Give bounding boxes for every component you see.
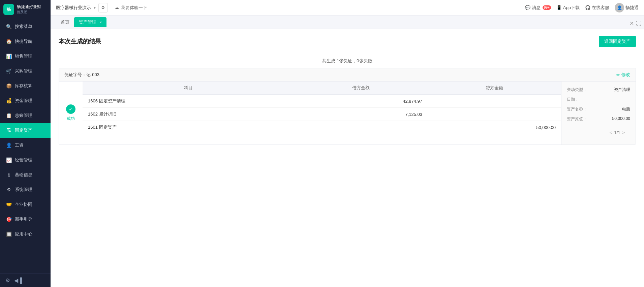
icon-ledger: 📋 [5, 112, 12, 119]
sidebar-item-basic-info[interactable]: ℹ 基础信息 [0, 167, 51, 182]
label-search: 搜索菜单 [15, 24, 32, 30]
collapse-icon[interactable]: ◀▐ [14, 277, 22, 284]
col-credit: 贷方金额 [428, 82, 561, 95]
sidebar-item-operations[interactable]: 📈 经营管理 [0, 153, 51, 167]
avatar: 👤 [615, 3, 624, 12]
company-name: 医疗器械行业演示 [56, 5, 91, 11]
logo-sub: 普及版 [17, 10, 41, 14]
tab-close-icon[interactable]: × [100, 20, 102, 24]
label-newbie: 新手引导 [15, 216, 32, 222]
sidebar-item-sales[interactable]: 📊 销售管理 [0, 49, 51, 64]
next-page-button[interactable]: > [622, 130, 625, 135]
sidebar-item-search[interactable]: 🔍 搜索菜单 [0, 19, 51, 34]
page-info: 1/1 [614, 130, 620, 135]
icon-search: 🔍 [5, 23, 12, 30]
sidebar-item-system[interactable]: ⚙ 系统管理 [0, 182, 51, 197]
voucher-body: ✓ 成功 科目 借方金额 贷方金额 1606 固定资产清 [59, 82, 636, 145]
success-text: 成功 [67, 116, 75, 122]
main-area: 医疗器械行业演示 ▾ ⚙ ☁ 我要体验一下 💬 消息 99+ 📱 App下载 🎧… [51, 0, 644, 287]
sidebar-item-salary[interactable]: 👤 工资 [0, 138, 51, 153]
voucher-section: 凭证字号：记-003 ✏ 修改 ✓ 成功 科目 [59, 68, 636, 145]
voucher-header: 凭证字号：记-003 ✏ 修改 [59, 68, 636, 82]
sidebar-item-purchase[interactable]: 🛒 采购管理 [0, 64, 51, 78]
sidebar-item-app-center[interactable]: 🔲 应用中心 [0, 227, 51, 242]
notifications-button[interactable]: 💬 消息 99+ [525, 5, 551, 11]
label-fixed-assets: 固定资产 [15, 127, 32, 133]
voucher-table: 科目 借方金额 贷方金额 1606 固定资产清理 42,874.97 1602 … [83, 82, 561, 145]
label-ledger: 总账管理 [15, 113, 32, 119]
content-area: 本次生成的结果 返回固定资产 共生成 1张凭证，0张失败 凭证字号：记-003 … [51, 29, 644, 287]
download-icon: 📱 [556, 5, 562, 10]
voucher-id: 凭证字号：记-003 [64, 72, 99, 78]
summary-bar: 共生成 1张凭证，0张失败 [59, 54, 636, 68]
icon-operations: 📈 [5, 157, 12, 163]
sidebar-item-newbie[interactable]: 🎯 新手引导 [0, 212, 51, 227]
app-download-button[interactable]: 📱 App下载 [556, 5, 580, 11]
close-panel-button[interactable]: ✕ [630, 20, 634, 27]
cell-credit-1 [428, 108, 561, 121]
experience-button[interactable]: ☁ 我要体验一下 [111, 3, 151, 12]
expand-panel-button[interactable]: ⛶ [636, 20, 641, 27]
table-row: 1606 固定资产清理 42,874.97 [83, 95, 561, 108]
cell-subject-0[interactable]: 1606 固定资产清理 [83, 95, 294, 108]
online-support-button[interactable]: 🎧 在线客服 [585, 5, 609, 11]
settings-bottom-icon[interactable]: ⚙ [5, 277, 10, 284]
label-sales: 销售管理 [15, 53, 32, 59]
topbar: 医疗器械行业演示 ▾ ⚙ ☁ 我要体验一下 💬 消息 99+ 📱 App下载 🎧… [51, 0, 644, 15]
cell-debit-1: 7,125.03 [294, 108, 428, 121]
sidebar-scroll: 🔍 搜索菜单 🏠 快捷导航 📊 销售管理 🛒 采购管理 📦 库存核算 💰 资金管… [0, 19, 51, 274]
user-profile[interactable]: 👤 畅捷通 [615, 3, 639, 12]
panel-controls: ✕ ⛶ [630, 20, 641, 27]
sidebar-item-inventory[interactable]: 📦 库存核算 [0, 78, 51, 93]
sidebar: 畅 畅捷通好业财 普及版 🔍 搜索菜单 🏠 快捷导航 📊 销售管理 🛒 采购管理… [0, 0, 51, 287]
bell-icon: 💬 [525, 5, 530, 10]
label-funds: 资金管理 [15, 98, 32, 104]
label-app-center: 应用中心 [15, 231, 32, 237]
sidebar-item-enterprise[interactable]: 🤝 企业协同 [0, 197, 51, 212]
cloud-icon: ☁ [115, 5, 119, 10]
logo-icon: 畅 [3, 4, 14, 15]
icon-basic-info: ℹ [5, 171, 12, 178]
label-operations: 经营管理 [15, 157, 32, 163]
date-item: 日期： [567, 97, 630, 102]
voucher-side-panel: 变动类型： 资产清理 日期： 资产名称： 电脑 资产原值： 50,000.00 [561, 82, 636, 145]
label-quick-nav: 快捷导航 [15, 38, 32, 44]
prev-page-button[interactable]: < [610, 130, 612, 135]
sidebar-item-quick-nav[interactable]: 🏠 快捷导航 [0, 34, 51, 49]
cell-subject-2[interactable]: 1601 固定资产 [83, 121, 294, 134]
pagination: < 1/1 > [567, 126, 630, 139]
table-row: 1601 固定资产 50,000.00 [83, 121, 561, 134]
tabbar: 首页 资产管理 × [51, 15, 644, 29]
icon-enterprise: 🤝 [5, 201, 12, 208]
change-type-item: 变动类型： 资产清理 [567, 87, 630, 93]
company-settings-icon[interactable]: ⚙ [98, 3, 108, 12]
sidebar-item-ledger[interactable]: 📋 总账管理 [0, 108, 51, 123]
success-icon: ✓ [66, 104, 75, 114]
chevron-down-icon[interactable]: ▾ [94, 5, 96, 10]
label-purchase: 采购管理 [15, 68, 32, 74]
success-indicator: ✓ 成功 [59, 82, 83, 145]
cell-debit-0: 42,874.97 [294, 95, 428, 108]
sidebar-item-funds[interactable]: 💰 资金管理 [0, 93, 51, 108]
return-button[interactable]: 返回固定资产 [599, 36, 636, 47]
cell-credit-2: 50,000.00 [428, 121, 561, 134]
page-title: 本次生成的结果 [59, 37, 101, 45]
original-value-item: 资产原值： 50,000.00 [567, 116, 630, 122]
headset-icon: 🎧 [585, 5, 590, 10]
edit-button[interactable]: ✏ 修改 [616, 72, 630, 78]
tab-home[interactable]: 首页 [56, 17, 74, 27]
tab-asset-management[interactable]: 资产管理 × [74, 17, 106, 27]
cell-subject-1[interactable]: 1602 累计折旧 [83, 108, 294, 121]
label-salary: 工资 [15, 142, 24, 148]
asset-name-item: 资产名称： 电脑 [567, 106, 630, 112]
icon-newbie: 🎯 [5, 216, 12, 223]
edit-icon: ✏ [616, 72, 620, 77]
icon-purchase: 🛒 [5, 68, 12, 74]
label-enterprise: 企业协同 [15, 201, 32, 208]
cell-debit-2 [294, 121, 428, 134]
icon-funds: 💰 [5, 97, 12, 104]
sidebar-item-fixed-assets[interactable]: 🏗 固定资产 [0, 123, 51, 138]
icon-system: ⚙ [5, 186, 12, 193]
sidebar-bottom: ⚙ ◀▐ [0, 274, 51, 287]
table-row: 1602 累计折旧 7,125.03 [83, 108, 561, 121]
